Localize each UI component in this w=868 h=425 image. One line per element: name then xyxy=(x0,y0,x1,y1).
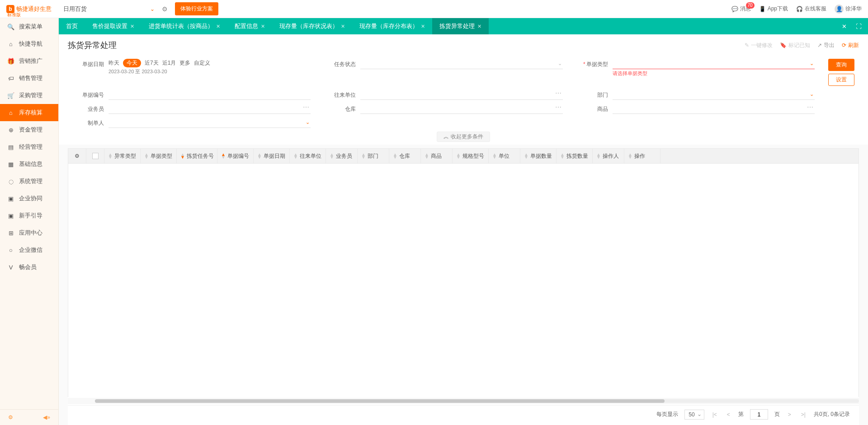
tag-icon: 🏷 xyxy=(7,75,14,82)
tab-5[interactable]: 现存量（库存分布表）✕ xyxy=(352,18,432,34)
column-header[interactable]: ▲▼操作 xyxy=(624,149,660,163)
sidebar-item-8[interactable]: ▦基础信息 xyxy=(0,156,58,173)
column-header[interactable]: ▲▼部门 xyxy=(358,149,389,163)
first-page-button[interactable]: |< xyxy=(711,411,719,418)
horizontal-scrollbar[interactable] xyxy=(68,398,859,404)
column-header[interactable]: ▲▼单据数量 xyxy=(520,149,557,163)
column-header[interactable]: ▲▼业务员 xyxy=(326,149,358,163)
column-header[interactable]: ▲▼商品 xyxy=(421,149,453,163)
sidebar-item-label: 搜索菜单 xyxy=(19,23,42,31)
last-page-button[interactable]: >| xyxy=(799,411,807,418)
sidebar-item-4[interactable]: 🛒采购管理 xyxy=(0,87,58,104)
warehouse-input[interactable] xyxy=(360,104,562,114)
sidebar-item-1[interactable]: ⌂快捷导航 xyxy=(0,35,58,52)
tab-4[interactable]: 现存量（库存状况表）✕ xyxy=(272,18,352,34)
collapse-sidebar-icon[interactable]: ◀» xyxy=(43,414,50,420)
sidebar-item-11[interactable]: ▣新手引导 xyxy=(0,207,58,224)
filter-doc-no-label: 单据编号 xyxy=(72,90,104,99)
batch-edit-button[interactable]: ✎ 一键修改 xyxy=(745,42,773,49)
column-header[interactable]: ▲▼单据类型 xyxy=(141,149,177,163)
per-page-select[interactable]: 50 xyxy=(684,410,704,420)
task-status-input[interactable] xyxy=(360,59,562,69)
column-header[interactable]: ▲▼单据编号 xyxy=(217,149,254,163)
close-icon[interactable]: ✕ xyxy=(477,24,481,29)
ellipsis-icon[interactable]: ⋯ xyxy=(555,104,562,111)
close-all-tabs-icon[interactable]: ✕ xyxy=(839,21,849,32)
column-header[interactable]: ▲▼规格型号 xyxy=(453,149,489,163)
ellipsis-icon[interactable]: ⋯ xyxy=(555,90,562,97)
fullscreen-icon[interactable]: ⛶ xyxy=(853,21,864,32)
close-icon[interactable]: ✕ xyxy=(261,24,265,29)
dept-input[interactable] xyxy=(613,90,815,100)
sidebar-item-10[interactable]: ▣企业协同 xyxy=(0,190,58,207)
promo-button[interactable]: 体验行业方案 xyxy=(175,2,218,15)
date-option[interactable]: 今天 xyxy=(123,59,141,67)
mark-read-button[interactable]: 🔖 标记已知 xyxy=(780,42,810,49)
date-option[interactable]: 自定义 xyxy=(194,59,210,67)
tab-1[interactable]: 售价提取设置✕ xyxy=(85,18,142,34)
prev-page-button[interactable]: < xyxy=(725,411,732,418)
table-settings-column[interactable]: ⚙ xyxy=(68,149,86,163)
tab-0[interactable]: 首页 xyxy=(59,18,85,34)
chevron-down-icon: ⌄ xyxy=(150,6,155,12)
sidebar-item-14[interactable]: V畅会员 xyxy=(0,259,58,276)
ellipsis-icon[interactable]: ⋯ xyxy=(303,104,310,111)
column-header[interactable]: ▲▼单位 xyxy=(489,149,520,163)
page-input[interactable] xyxy=(750,409,768,420)
tenant-name: 日用百货 xyxy=(63,5,87,13)
query-button[interactable]: 查询 xyxy=(828,59,854,71)
date-option[interactable]: 近1月 xyxy=(162,59,176,67)
close-icon[interactable]: ✕ xyxy=(216,24,220,29)
refresh-button[interactable]: ⟳ 刷新 xyxy=(842,42,859,49)
sidebar-item-2[interactable]: 🎁营销推广 xyxy=(0,52,58,70)
partner-input[interactable] xyxy=(360,90,562,100)
select-all-column[interactable] xyxy=(86,149,104,163)
goods-input[interactable] xyxy=(613,104,815,114)
messages-button[interactable]: 💬 消息 70 xyxy=(731,5,751,13)
doc-type-input[interactable] xyxy=(613,59,815,69)
sort-icon: ▲▼ xyxy=(425,153,429,159)
settings-icon[interactable]: ⚙ xyxy=(8,414,13,420)
sidebar-item-7[interactable]: ▤经营管理 xyxy=(0,138,58,156)
scrollbar-thumb[interactable] xyxy=(95,399,665,403)
date-option[interactable]: 更多 xyxy=(179,59,190,67)
sidebar-item-6[interactable]: ⊕资金管理 xyxy=(0,121,58,138)
column-header[interactable]: ▲▼拣货任务号 xyxy=(177,149,217,163)
maker-input[interactable] xyxy=(108,118,311,128)
tab-6[interactable]: 拣货异常处理✕ xyxy=(432,18,489,34)
export-button[interactable]: ↗ 导出 xyxy=(817,42,835,49)
sidebar-item-3[interactable]: 🏷销售管理 xyxy=(0,70,58,87)
logo-text: 畅捷通好生意 xyxy=(16,5,52,13)
close-icon[interactable]: ✕ xyxy=(421,24,425,29)
sidebar-item-label: 应用中心 xyxy=(19,229,42,237)
sidebar-item-9[interactable]: ◌系统管理 xyxy=(0,173,58,190)
doc-no-input[interactable] xyxy=(108,90,311,100)
column-header[interactable]: ▲▼异常类型 xyxy=(104,149,141,163)
close-icon[interactable]: ✕ xyxy=(341,24,345,29)
sidebar-item-0[interactable]: 🔍搜索菜单 xyxy=(0,18,58,35)
app-download-button[interactable]: 📱 App下载 xyxy=(759,5,788,13)
close-icon[interactable]: ✕ xyxy=(130,24,134,29)
tab-2[interactable]: 进货单统计表（按商品）✕ xyxy=(142,18,227,34)
collapse-filters-button[interactable]: ︽ 收起更多条件 xyxy=(437,132,490,142)
column-header[interactable]: ▲▼拣货数量 xyxy=(557,149,593,163)
ellipsis-icon[interactable]: ⋯ xyxy=(807,104,814,111)
column-header[interactable]: ▲▼单据日期 xyxy=(254,149,290,163)
filter-settings-button[interactable]: 设置 xyxy=(828,74,854,86)
tab-3[interactable]: 配置信息✕ xyxy=(227,18,272,34)
sidebar-item-label: 销售管理 xyxy=(19,74,42,82)
sidebar-item-12[interactable]: ⊞应用中心 xyxy=(0,224,58,241)
sidebar-item-13[interactable]: ○企业微信 xyxy=(0,241,58,259)
column-header[interactable]: ▲▼仓库 xyxy=(389,149,421,163)
operator-input[interactable] xyxy=(108,104,311,114)
support-button[interactable]: 🎧 在线客服 xyxy=(796,5,826,13)
next-page-button[interactable]: > xyxy=(786,411,793,418)
user-menu[interactable]: 👤 徐泽华 xyxy=(835,5,862,14)
date-option[interactable]: 近7天 xyxy=(145,59,159,67)
date-option[interactable]: 昨天 xyxy=(108,59,119,67)
sidebar-item-5[interactable]: ⌂库存核算 xyxy=(0,104,58,121)
gear-icon[interactable]: ⚙ xyxy=(162,5,168,13)
tenant-selector[interactable]: 日用百货 ⌄ ⚙ xyxy=(63,5,175,13)
column-header[interactable]: ▲▼操作人 xyxy=(593,149,624,163)
column-header[interactable]: ▲▼往来单位 xyxy=(290,149,326,163)
